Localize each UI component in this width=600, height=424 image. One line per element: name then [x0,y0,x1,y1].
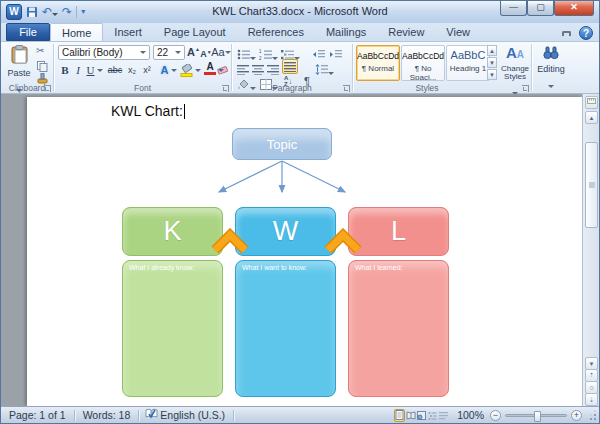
change-case-button[interactable]: Aa [213,45,229,59]
subscript-button[interactable]: x₂ [125,63,139,77]
styles-scroll-up-button[interactable]: ▲ [487,45,497,56]
close-button[interactable]: ✕ [554,1,594,16]
maximize-button[interactable]: ▢ [527,1,554,16]
page[interactable]: KWL Chart: Topic K What I already know: [27,97,582,406]
scroll-up-button[interactable]: ▲ [585,111,598,124]
chevron-shape-left[interactable] [210,228,250,254]
svg-text:1: 1 [259,49,262,54]
resize-grip[interactable] [587,411,596,420]
ruler-toggle-button[interactable] [585,96,598,109]
style-card-no-spacing[interactable]: AaBbCcDd ¶ No Spaci... [401,45,445,81]
minimize-ribbon-icon[interactable] [562,31,571,36]
paragraph-dialog-launcher[interactable] [343,85,350,92]
next-page-button[interactable]: ⇣ [585,393,598,406]
style-card-normal[interactable]: AaBbCcDd ¶ Normal [356,45,400,81]
paste-icon [11,45,28,64]
titlebar[interactable]: W ↶ ↷ ▾ KWL Chart33.docx - Microsoft Wor… [1,1,599,23]
print-layout-view-button[interactable] [394,409,405,422]
draft-view-button[interactable] [438,409,449,422]
font-size-combo[interactable]: 22 [153,45,185,60]
font-name-combo[interactable]: Calibri (Body) [58,45,150,60]
underline-button[interactable]: U [85,63,96,77]
highlight-button[interactable] [180,63,194,76]
status-bar: Page: 1 of 1 Words: 18 English (U.S.) [1,406,599,423]
font-color-button[interactable]: A [204,62,216,75]
w-header-shape[interactable]: W [235,207,336,256]
language-indicator[interactable]: English (U.S.) [158,409,227,421]
style-card-heading1[interactable]: AaBbC Heading 1 [446,45,490,81]
outline-view-button[interactable] [427,409,438,422]
word-count[interactable]: Words: 18 [81,409,133,421]
bold-button[interactable]: B [59,63,71,77]
vertical-scrollbar[interactable]: ▲ ▼ ⇡ ○ ⇣ [582,94,599,406]
decrease-indent-icon [312,49,325,60]
zoom-slider-track[interactable] [505,414,567,417]
styles-more-button[interactable]: ▼ [487,69,497,80]
font-color-swatch [204,72,216,75]
zoom-out-button[interactable]: − [490,410,501,421]
l-header-shape[interactable]: L [348,207,449,256]
outline-view-icon [428,411,437,420]
ribbon-tab-row: File Home Insert Page Layout References … [1,23,599,42]
group-clipboard: Paste ✂ Clipboard [1,42,53,94]
spellcheck-button[interactable] [145,408,158,422]
shrink-font-button[interactable]: A▼ [200,47,212,61]
zoom-slider-thumb[interactable] [534,411,541,422]
status-separator [74,410,75,421]
help-button[interactable]: ? [579,26,593,40]
numbering-caret [272,57,278,60]
strikethrough-button[interactable]: abc [106,63,124,77]
justify-button[interactable] [282,59,298,74]
line-spacing-button[interactable] [315,61,334,79]
topic-shape[interactable]: Topic [232,128,332,160]
group-styles: AaBbCcDd ¶ Normal AaBbCcDd ¶ No Spaci...… [353,42,531,94]
paste-button[interactable]: Paste [4,44,34,84]
align-right-icon [267,64,279,75]
status-separator [233,410,234,421]
cut-icon: ✂ [36,45,44,56]
tab-insert[interactable]: Insert [103,23,153,41]
tab-file[interactable]: File [6,23,50,41]
text-effects-button[interactable]: A [158,63,171,77]
bullet-list-icon [237,49,250,60]
editing-button[interactable]: Editing [534,46,568,92]
zoom-in-button[interactable]: + [571,410,582,421]
page-indicator[interactable]: Page: 1 of 1 [7,409,68,421]
paste-label: Paste [4,68,34,78]
grow-font-button[interactable]: A▲ [187,45,200,59]
tab-home[interactable]: Home [50,23,103,41]
superscript-button[interactable]: x² [140,63,154,77]
scrollbar-thumb[interactable] [585,142,598,228]
clipboard-dialog-launcher[interactable] [44,85,51,92]
zoom-level[interactable]: 100% [455,409,486,421]
underline-caret [97,69,103,72]
tab-references[interactable]: References [237,23,315,41]
font-size-value: 22 [157,47,168,58]
styles-scroll-down-button[interactable]: ▼ [487,57,497,68]
chevron-shape-right[interactable] [323,228,363,254]
l-sublabel: What I learned: [349,261,448,271]
font-dialog-launcher[interactable] [222,85,229,92]
tab-mailings[interactable]: Mailings [315,23,377,41]
l-body-shape[interactable]: What I learned: [348,260,449,397]
styles-dialog-launcher[interactable] [522,85,529,92]
font-color-caret [218,69,224,72]
k-body-shape[interactable]: What I already know: [122,260,223,397]
k-letter: K [163,216,181,247]
tab-view[interactable]: View [435,23,481,41]
paragraph-group-label: Paragraph [232,83,352,93]
column-k: K What I already know: [122,207,223,399]
font-name-caret [140,51,146,54]
view-shortcuts [394,409,449,422]
binoculars-icon [543,46,559,60]
web-layout-view-button[interactable] [416,409,427,422]
cut-button[interactable]: ✂ [36,45,44,56]
w-body-shape[interactable]: What I want to know: [235,260,336,397]
full-screen-reading-view-button[interactable] [405,409,416,422]
line-spacing-caret [328,72,334,75]
tab-review[interactable]: Review [377,23,435,41]
k-header-shape[interactable]: K [122,207,223,256]
italic-button[interactable]: I [73,63,83,77]
tab-page-layout[interactable]: Page Layout [153,23,237,41]
minimize-button[interactable]: — [500,1,527,16]
